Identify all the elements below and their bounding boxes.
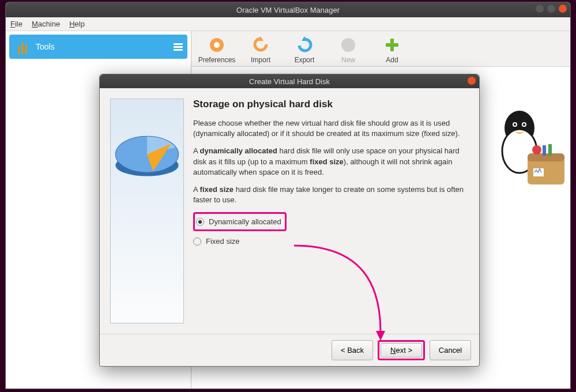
plus-icon	[382, 35, 402, 55]
dialog-p3: A fixed size hard disk file may take lon…	[193, 184, 469, 205]
dialog-content: Storage on physical hard disk Please cho…	[193, 99, 469, 323]
svg-point-2	[341, 38, 355, 52]
radio-dot-icon	[196, 218, 204, 226]
new-button: New	[327, 35, 369, 64]
main-titlebar: Oracle VM VirtualBox Manager	[6, 2, 570, 17]
dialog-heading: Storage on physical hard disk	[193, 99, 469, 110]
tools-icon	[15, 39, 30, 54]
toolbar: Preferences Import Export New Add	[191, 31, 570, 67]
menu-help[interactable]: Help	[69, 20, 85, 28]
new-icon	[338, 35, 358, 55]
radio-dynamically-allocated[interactable]: Dynamically allocated	[196, 215, 281, 228]
export-button[interactable]: Export	[284, 35, 325, 64]
list-icon[interactable]	[174, 43, 183, 51]
dialog-close-icon[interactable]	[468, 77, 476, 85]
dialog-body: Storage on physical hard disk Please cho…	[100, 88, 479, 334]
dialog-illustration	[110, 99, 184, 323]
create-disk-dialog: Create Virtual Hard Disk Storage on phys…	[99, 74, 480, 367]
menu-machine[interactable]: Machine	[32, 20, 60, 28]
sidebar-tools[interactable]: Tools	[9, 35, 187, 59]
svg-point-7	[514, 123, 516, 126]
menubar: File Machine Help	[6, 17, 570, 31]
back-button[interactable]: < Back	[332, 340, 373, 360]
tools-label: Tools	[36, 42, 55, 51]
dialog-p1: Please choose whether the new virtual ha…	[193, 118, 469, 139]
import-icon	[251, 35, 270, 55]
cancel-button[interactable]: Cancel	[430, 340, 471, 360]
menu-file[interactable]: File	[10, 20, 22, 28]
export-icon	[295, 35, 314, 55]
svg-point-1	[214, 42, 220, 48]
window-controls	[536, 5, 567, 13]
dialog-titlebar: Create Virtual Hard Disk	[100, 74, 479, 88]
main-title: Oracle VM VirtualBox Manager	[236, 6, 340, 14]
maximize-icon[interactable]	[547, 5, 555, 13]
gear-icon	[207, 35, 227, 55]
svg-rect-13	[548, 144, 552, 156]
preferences-button[interactable]: Preferences	[196, 35, 238, 64]
import-button[interactable]: Import	[240, 35, 281, 64]
highlight-next-button: Next >	[378, 340, 425, 360]
close-icon[interactable]	[559, 5, 567, 13]
minimize-icon[interactable]	[536, 5, 544, 13]
next-button[interactable]: Next >	[381, 343, 422, 357]
radio-dot-icon	[193, 238, 201, 246]
dialog-p2: A dynamically allocated hard disk file w…	[193, 146, 469, 178]
add-button[interactable]: Add	[371, 35, 413, 64]
storage-type-radiogroup: Dynamically allocated Fixed size	[193, 212, 469, 248]
svg-point-11	[532, 145, 541, 154]
dialog-footer: < Back Next > Cancel	[100, 334, 479, 366]
svg-point-8	[523, 123, 525, 126]
svg-rect-12	[543, 145, 546, 156]
radio-fixed-size[interactable]: Fixed size	[193, 235, 469, 248]
tux-illustration	[490, 100, 570, 198]
dialog-title: Create Virtual Hard Disk	[249, 77, 330, 86]
highlight-dynamic-option: Dynamically allocated	[193, 212, 287, 231]
